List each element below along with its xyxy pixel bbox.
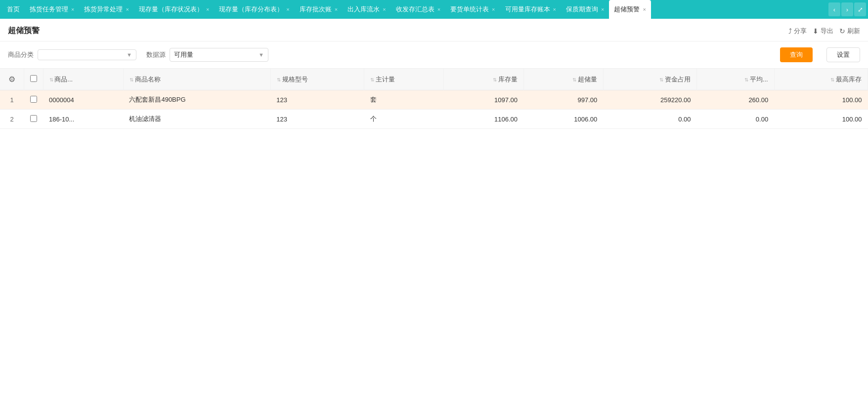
close-icon-2[interactable]: ×: [126, 6, 129, 12]
product-category-label: 商品分类: [8, 50, 34, 59]
export-label: 导出: [821, 27, 833, 36]
th-product-code[interactable]: ⇅ 商品...: [43, 69, 123, 90]
close-icon-7[interactable]: ×: [437, 6, 440, 12]
select-all-checkbox[interactable]: [30, 75, 37, 82]
page-header: 超储预警 ⤴ 分享 ⬇ 导出 ↻ 刷新: [0, 19, 868, 41]
th-max-stock[interactable]: ⇅ 最高库存: [774, 69, 868, 90]
td-product-code-1: 186-10...: [43, 110, 123, 129]
main-content: 超储预警 ⤴ 分享 ⬇ 导出 ↻ 刷新 商品分类 ▼ 数据源: [0, 19, 868, 395]
close-icon-10[interactable]: ×: [601, 6, 604, 12]
th-avg[interactable]: ⇅ 平均...: [697, 69, 775, 90]
chevron-down-icon-2: ▼: [259, 52, 264, 58]
sort-icon: ⇅: [493, 77, 498, 82]
td-overstock-0: 997.00: [523, 90, 603, 110]
td-index-0: 1: [0, 90, 24, 110]
table-header-row: ⚙ ⇅ 商品... ⇅ 商品名称 ⇅ 规格型号: [0, 69, 868, 90]
td-product-name-0: 六配套新昌490BPG: [123, 90, 270, 110]
table-row: 2186-10...机油滤清器123个1106.001006.000.000.0…: [0, 110, 868, 129]
close-icon-8[interactable]: ×: [492, 6, 495, 12]
filter-area: 商品分类 ▼ 数据源 可用量 ▼ 查询 设置: [0, 41, 868, 69]
close-icon-9[interactable]: ×: [553, 6, 556, 12]
sort-icon: ⇅: [572, 77, 578, 82]
row-checkbox-1[interactable]: [30, 115, 37, 122]
row-checkbox-0[interactable]: [30, 96, 37, 103]
close-icon-4[interactable]: ×: [286, 6, 289, 12]
nav-item-2[interactable]: 拣货异常处理×: [79, 0, 133, 19]
data-source-value: 可用量: [174, 50, 257, 59]
td-capital-0: 259220.00: [603, 90, 696, 110]
top-navigation: 首页拣货任务管理×拣货异常处理×现存量（库存状况表）×现存量（库存分布表）×库存…: [0, 0, 868, 19]
nav-item-11[interactable]: 超储预警×: [609, 0, 651, 19]
nav-next-button[interactable]: ›: [841, 2, 853, 16]
sort-icon: ⇅: [370, 77, 376, 82]
th-stock[interactable]: ⇅ 库存量: [444, 69, 523, 90]
close-icon-6[interactable]: ×: [383, 6, 386, 12]
nav-expand-button[interactable]: ⤢: [854, 2, 866, 16]
nav-item-1[interactable]: 拣货任务管理×: [25, 0, 79, 19]
share-label: 分享: [794, 27, 807, 36]
close-icon-5[interactable]: ×: [335, 6, 338, 12]
td-check-1[interactable]: [24, 110, 43, 129]
close-icon-1[interactable]: ×: [71, 6, 74, 12]
refresh-label: 刷新: [847, 27, 860, 36]
th-overstock[interactable]: ⇅ 超储量: [523, 69, 603, 90]
nav-item-0[interactable]: 首页: [2, 0, 25, 19]
data-source-select[interactable]: 可用量 ▼: [170, 48, 268, 62]
share-icon: ⤴: [788, 27, 792, 35]
refresh-action[interactable]: ↻ 刷新: [839, 27, 860, 36]
data-source-label: 数据源: [146, 50, 166, 59]
nav-item-4[interactable]: 现存量（库存分布表）×: [214, 0, 294, 19]
td-max-stock-1: 100.00: [774, 110, 868, 129]
table-row: 10000004六配套新昌490BPG123套1097.00997.002592…: [0, 90, 868, 110]
nav-item-8[interactable]: 要货单统计表×: [445, 0, 500, 19]
th-unit[interactable]: ⇅ 主计量: [364, 69, 444, 90]
chevron-down-icon: ▼: [127, 52, 132, 58]
td-unit-0: 套: [364, 90, 444, 110]
nav-item-3[interactable]: 现存量（库存状况表）×: [134, 0, 214, 19]
gear-icon-button[interactable]: ⚙: [7, 74, 16, 85]
td-max-stock-0: 100.00: [774, 90, 868, 110]
td-overstock-1: 1006.00: [523, 110, 603, 129]
nav-item-7[interactable]: 收发存汇总表×: [391, 0, 445, 19]
th-check: [24, 69, 43, 90]
refresh-icon: ↻: [839, 27, 845, 35]
td-index-1: 2: [0, 110, 24, 129]
nav-item-10[interactable]: 保质期查询×: [561, 0, 609, 19]
td-avg-1: 0.00: [697, 110, 775, 129]
close-icon-3[interactable]: ×: [206, 6, 209, 12]
td-check-0[interactable]: [24, 90, 43, 110]
td-product-name-1: 机油滤清器: [123, 110, 270, 129]
td-product-code-0: 0000004: [43, 90, 123, 110]
td-capital-1: 0.00: [603, 110, 696, 129]
td-unit-1: 个: [364, 110, 444, 129]
td-stock-0: 1097.00: [444, 90, 523, 110]
nav-item-9[interactable]: 可用量库存账本×: [500, 0, 561, 19]
td-stock-1: 1106.00: [444, 110, 523, 129]
page-title: 超储预警: [8, 26, 40, 36]
sort-icon: ⇅: [130, 77, 135, 82]
table-container: ⚙ ⇅ 商品... ⇅ 商品名称 ⇅ 规格型号: [0, 69, 868, 129]
product-category-select[interactable]: ▼: [38, 49, 136, 60]
nav-item-6[interactable]: 出入库流水×: [343, 0, 391, 19]
nav-prev-button[interactable]: ‹: [828, 2, 840, 16]
th-spec[interactable]: ⇅ 规格型号: [270, 69, 364, 90]
close-icon-11[interactable]: ×: [643, 6, 646, 12]
sort-icon: ⇅: [659, 77, 665, 82]
data-table: ⚙ ⇅ 商品... ⇅ 商品名称 ⇅ 规格型号: [0, 69, 868, 129]
nav-arrows: ‹ › ⤢: [828, 2, 866, 16]
td-spec-0: 123: [270, 90, 364, 110]
th-capital[interactable]: ⇅ 资金占用: [603, 69, 696, 90]
query-button[interactable]: 查询: [780, 47, 813, 62]
settings-button[interactable]: 设置: [826, 47, 860, 62]
export-action[interactable]: ⬇ 导出: [813, 27, 833, 36]
sort-icon: ⇅: [830, 77, 836, 82]
product-category-group: 商品分类 ▼: [8, 49, 136, 60]
sort-icon: ⇅: [744, 77, 750, 82]
sort-icon: ⇅: [277, 77, 282, 82]
th-product-name[interactable]: ⇅ 商品名称: [123, 69, 270, 90]
sort-icon: ⇅: [49, 77, 55, 82]
nav-item-5[interactable]: 库存批次账×: [295, 0, 343, 19]
th-settings: ⚙: [0, 69, 24, 90]
export-icon: ⬇: [813, 27, 819, 35]
share-action[interactable]: ⤴ 分享: [788, 27, 807, 36]
